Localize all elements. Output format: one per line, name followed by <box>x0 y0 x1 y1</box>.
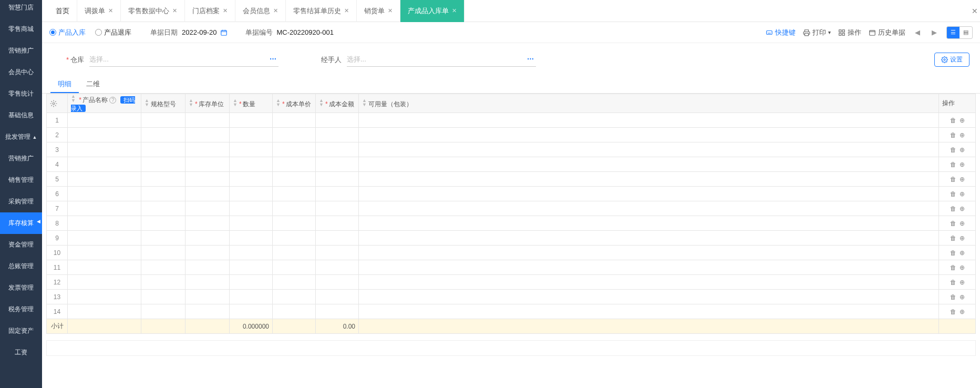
col-product[interactable]: ▲▼ *产品名称 ? 扫码录入 <box>68 94 141 113</box>
cell[interactable] <box>316 246 359 260</box>
table-row[interactable]: 1🗑⊕ <box>47 113 976 128</box>
cell[interactable] <box>68 128 141 142</box>
sidebar-item-tax[interactable]: 税务管理 <box>0 299 42 320</box>
table-row[interactable]: 14🗑⊕ <box>47 304 976 319</box>
cell[interactable] <box>141 275 185 290</box>
cell[interactable] <box>141 128 185 142</box>
cell[interactable] <box>273 216 316 231</box>
col-qty[interactable]: ▲▼*数量 <box>230 94 273 113</box>
cell[interactable] <box>230 216 273 231</box>
add-icon[interactable]: ⊕ <box>960 264 965 271</box>
cell[interactable] <box>141 216 185 231</box>
cell[interactable] <box>185 142 230 157</box>
tab-salesorder[interactable]: 销货单✕ <box>357 0 400 22</box>
cell[interactable] <box>316 290 359 304</box>
cell[interactable] <box>68 113 141 128</box>
cell[interactable] <box>68 201 141 216</box>
cell[interactable] <box>273 172 316 187</box>
sidebar-item-retailstats[interactable]: 零售统计 <box>0 83 42 105</box>
cell[interactable] <box>68 157 141 172</box>
col-spec[interactable]: ▲▼规格型号 <box>141 94 185 113</box>
cell[interactable] <box>359 216 939 231</box>
cell[interactable] <box>141 157 185 172</box>
cell[interactable] <box>316 275 359 290</box>
cell[interactable] <box>359 157 939 172</box>
cell[interactable] <box>230 231 273 246</box>
delete-icon[interactable]: 🗑 <box>950 146 956 154</box>
cell[interactable] <box>68 260 141 275</box>
cell[interactable] <box>230 187 273 201</box>
add-icon[interactable]: ⊕ <box>960 293 965 301</box>
cell[interactable] <box>185 290 230 304</box>
cell[interactable] <box>230 128 273 142</box>
cell[interactable] <box>316 201 359 216</box>
delete-icon[interactable]: 🗑 <box>950 205 956 212</box>
cell[interactable] <box>185 260 230 275</box>
tab-home[interactable]: 首页 <box>48 0 77 22</box>
cell[interactable] <box>68 275 141 290</box>
delete-icon[interactable]: 🗑 <box>950 293 956 301</box>
cell[interactable] <box>316 172 359 187</box>
cell[interactable] <box>316 142 359 157</box>
cell[interactable] <box>185 231 230 246</box>
add-icon[interactable]: ⊕ <box>960 308 965 315</box>
next-icon[interactable]: ▶ <box>930 28 939 36</box>
add-icon[interactable]: ⊕ <box>960 161 965 168</box>
list-view-icon[interactable]: ☰ <box>947 27 960 38</box>
close-icon[interactable]: ✕ <box>172 7 177 14</box>
cell[interactable] <box>230 113 273 128</box>
gear-column-header[interactable] <box>47 94 68 113</box>
delete-icon[interactable]: 🗑 <box>950 176 956 183</box>
prev-icon[interactable]: ◀ <box>913 28 922 36</box>
add-icon[interactable]: ⊕ <box>960 279 965 286</box>
radio-product-in[interactable]: 产品入库 <box>49 28 86 37</box>
cell[interactable] <box>68 216 141 231</box>
cell[interactable] <box>68 172 141 187</box>
delete-icon[interactable]: 🗑 <box>950 161 956 168</box>
add-icon[interactable]: ⊕ <box>960 131 965 139</box>
col-amount[interactable]: ▲▼*成本金额 <box>316 94 359 113</box>
cell[interactable] <box>273 187 316 201</box>
cell[interactable] <box>359 128 939 142</box>
add-icon[interactable]: ⊕ <box>960 176 965 183</box>
cell[interactable] <box>273 304 316 319</box>
cell[interactable] <box>273 246 316 260</box>
cell[interactable] <box>273 275 316 290</box>
delete-icon[interactable]: 🗑 <box>950 220 956 227</box>
close-icon[interactable]: ✕ <box>108 7 113 14</box>
cell[interactable] <box>141 201 185 216</box>
cell[interactable] <box>359 172 939 187</box>
cell[interactable] <box>273 201 316 216</box>
tab-settlehist[interactable]: 零售结算单历史✕ <box>286 0 357 22</box>
sidebar-item-marketing2[interactable]: 营销推广 <box>0 148 42 169</box>
col-price[interactable]: ▲▼*成本单价 <box>273 94 316 113</box>
cell[interactable] <box>230 290 273 304</box>
cell[interactable] <box>141 290 185 304</box>
delete-icon[interactable]: 🗑 <box>950 308 956 315</box>
cell[interactable] <box>68 246 141 260</box>
cell[interactable] <box>68 142 141 157</box>
sidebar-item-vipcenter[interactable]: 会员中心 <box>0 62 42 83</box>
more-icon[interactable]: ⋯ <box>527 55 534 63</box>
table-row[interactable]: 4🗑⊕ <box>47 157 976 172</box>
print-link[interactable]: 打印 ▾ <box>803 28 831 37</box>
tab-storearchive[interactable]: 门店档案✕ <box>185 0 235 22</box>
cell[interactable] <box>185 128 230 142</box>
sidebar-item-purchase[interactable]: 采购管理 <box>0 191 42 212</box>
table-row[interactable]: 12🗑⊕ <box>47 275 976 290</box>
cell[interactable] <box>316 187 359 201</box>
cell[interactable] <box>185 275 230 290</box>
col-avail[interactable]: ▲▼可用量（包装） <box>359 94 939 113</box>
help-icon[interactable]: ? <box>109 97 116 104</box>
table-row[interactable]: 7🗑⊕ <box>47 201 976 216</box>
cell[interactable] <box>359 304 939 319</box>
cell[interactable] <box>141 260 185 275</box>
cell[interactable] <box>185 201 230 216</box>
cell[interactable] <box>185 172 230 187</box>
delete-icon[interactable]: 🗑 <box>950 234 956 242</box>
cell[interactable] <box>230 142 273 157</box>
sort-icon[interactable]: ▲▼ <box>71 94 76 103</box>
history-link[interactable]: 历史单据 <box>869 28 905 37</box>
cell[interactable] <box>230 275 273 290</box>
cell[interactable] <box>230 246 273 260</box>
